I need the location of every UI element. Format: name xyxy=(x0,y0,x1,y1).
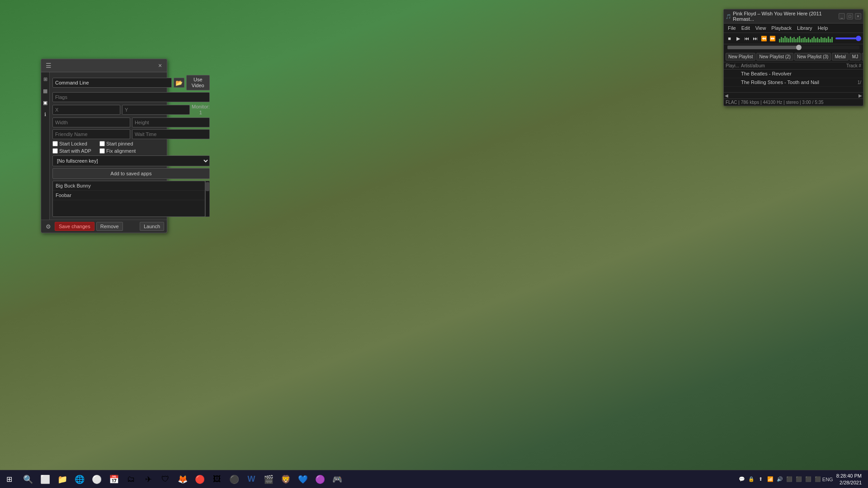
x-input[interactable] xyxy=(52,105,120,115)
sidebar-icon-2[interactable]: ▦ xyxy=(41,87,49,95)
taskbar-firefox[interactable]: 🦊 xyxy=(175,471,191,488)
menu-playback[interactable]: Playback xyxy=(769,24,794,32)
playlist-tab-new[interactable]: New Playlist xyxy=(726,53,755,61)
hamburger-menu-icon[interactable]: ☰ xyxy=(44,61,53,70)
start-with-adp-checkbox-label[interactable]: Start with ADP xyxy=(52,148,98,154)
taskbar-shield[interactable]: 🛡 xyxy=(157,471,174,488)
next-section-button[interactable]: ⏩ xyxy=(769,34,776,42)
taskbar-files[interactable]: 🗂 xyxy=(123,471,139,488)
apps-list-scrollbar[interactable] xyxy=(205,181,210,217)
prev-section-button[interactable]: ⏪ xyxy=(760,34,768,42)
eq-bar xyxy=(811,38,813,42)
sidebar-icon-4[interactable]: ℹ xyxy=(41,110,49,118)
eq-bar xyxy=(810,39,811,42)
prev-track-button[interactable]: ⏮ xyxy=(743,34,750,42)
eq-bar xyxy=(830,39,831,42)
start-locked-checkbox-label[interactable]: Start Locked xyxy=(52,141,98,146)
width-input[interactable] xyxy=(52,117,130,127)
taskbar-calendar[interactable]: 📅 xyxy=(106,471,122,488)
volume-slider[interactable] xyxy=(835,38,861,39)
tray-lang[interactable]: ENG xyxy=(824,475,832,483)
start-with-adp-checkbox[interactable] xyxy=(52,148,58,154)
taskbar-search[interactable]: 🔍 xyxy=(20,471,36,488)
tray-up[interactable]: ⬆ xyxy=(757,475,765,483)
playlist-tab-metal[interactable]: Metal xyxy=(832,53,848,61)
taskbar-discord[interactable]: 🟣 xyxy=(312,471,328,488)
save-changes-button[interactable]: Save changes xyxy=(55,222,94,231)
menu-help[interactable]: Help xyxy=(816,24,830,32)
tray-extra2[interactable]: ⬛ xyxy=(795,475,803,483)
next-track-button[interactable]: ⏭ xyxy=(751,34,759,42)
taskbar-red[interactable]: 🔴 xyxy=(192,471,208,488)
taskbar-video[interactable]: 🎬 xyxy=(260,471,277,488)
playlist-tab-mj[interactable]: MJ xyxy=(849,53,861,61)
taskbar-chrome[interactable]: ⚪ xyxy=(89,471,105,488)
start-button[interactable]: ⊞ xyxy=(0,470,18,488)
taskbar-telegram[interactable]: ✈ xyxy=(140,471,156,488)
taskbar-vscode[interactable]: 💙 xyxy=(295,471,311,488)
use-video-button[interactable]: Use Video xyxy=(186,75,210,90)
music-minimize-button[interactable]: _ xyxy=(839,13,845,19)
menu-library[interactable]: Library xyxy=(795,24,815,32)
taskbar-word[interactable]: W xyxy=(243,471,259,488)
stop-button[interactable]: ■ xyxy=(726,34,733,42)
sidebar-icon-1[interactable]: ⊞ xyxy=(41,75,49,83)
add-to-saved-button[interactable]: Add to saved apps xyxy=(52,168,210,179)
height-input[interactable] xyxy=(132,117,210,127)
seek-bar[interactable] xyxy=(727,46,859,49)
fullscreen-key-dropdown[interactable]: [No fullscreen key] xyxy=(52,155,210,166)
browse-button[interactable]: 📂 xyxy=(174,78,184,88)
scroll-left-arrow[interactable]: ◀ xyxy=(725,93,728,98)
list-item[interactable]: Big Buck Bunny xyxy=(53,181,205,191)
scroll-right-arrow[interactable]: ▶ xyxy=(859,93,862,98)
eq-bar xyxy=(817,38,818,42)
y-input[interactable] xyxy=(122,105,190,115)
tray-volume[interactable]: 🔊 xyxy=(776,475,784,483)
taskbar-obs[interactable]: ⚫ xyxy=(226,471,242,488)
remove-button[interactable]: Remove xyxy=(96,222,123,231)
tray-extra1[interactable]: ⬛ xyxy=(785,475,793,483)
start-pinned-checkbox-label[interactable]: Start pinned xyxy=(99,141,145,146)
playlist-tab-skylines[interactable]: Skylines - Gold FM xyxy=(862,53,863,61)
track-row[interactable]: The Rolling Stones - Tooth and Nail 1/ xyxy=(724,78,863,87)
eq-bar xyxy=(801,38,802,42)
taskbar-steam[interactable]: 🎮 xyxy=(329,471,345,488)
gear-icon[interactable]: ⚙ xyxy=(44,223,53,230)
taskbar-task-view[interactable]: ⬜ xyxy=(37,471,53,488)
command-line-input[interactable] xyxy=(52,78,172,88)
apps-list-wrapper: Big Buck Bunny Foobar xyxy=(52,181,210,217)
menu-view[interactable]: View xyxy=(753,24,769,32)
music-close-button[interactable]: × xyxy=(855,13,861,19)
tray-notification[interactable]: 💬 xyxy=(738,475,746,483)
sidebar-icon-3[interactable]: ▣ xyxy=(41,99,49,107)
track-row[interactable]: The Beatles - Revolver xyxy=(724,70,863,78)
tray-extra4[interactable]: ⬛ xyxy=(814,475,822,483)
wait-time-input[interactable] xyxy=(132,129,210,139)
menu-edit[interactable]: Edit xyxy=(739,24,752,32)
eq-bar xyxy=(779,39,780,42)
tray-lock[interactable]: 🔒 xyxy=(747,475,755,483)
play-button[interactable]: ▶ xyxy=(734,34,742,42)
start-pinned-checkbox[interactable] xyxy=(99,141,105,146)
flags-input[interactable] xyxy=(52,92,210,102)
system-clock[interactable]: 8:28:40 PM 2/28/2021 xyxy=(834,473,864,486)
tray-network[interactable]: 📶 xyxy=(766,475,774,483)
taskbar-file-explorer[interactable]: 📁 xyxy=(54,471,71,488)
taskbar-photos[interactable]: 🖼 xyxy=(209,471,225,488)
launch-button[interactable]: Launch xyxy=(140,222,164,231)
start-locked-checkbox[interactable] xyxy=(52,141,58,146)
friendly-name-input[interactable] xyxy=(52,129,130,139)
tray-extra3[interactable]: ⬛ xyxy=(804,475,812,483)
taskbar-edge[interactable]: 🌐 xyxy=(71,471,88,488)
playlist-tab-new2[interactable]: New Playlist (2) xyxy=(756,53,793,61)
flags-row xyxy=(52,92,210,102)
list-item[interactable]: Foobar xyxy=(53,191,205,200)
music-maximize-button[interactable]: □ xyxy=(847,13,853,19)
menu-file[interactable]: File xyxy=(726,24,738,32)
fix-alignment-checkbox-label[interactable]: Fix alignment xyxy=(99,148,145,154)
col-header-track: Track # xyxy=(839,63,861,68)
playlist-tab-new3[interactable]: New Playlist (3) xyxy=(794,53,831,61)
fix-alignment-checkbox[interactable] xyxy=(99,148,105,154)
taskbar-brave[interactable]: 🦁 xyxy=(278,471,294,488)
panel-close-button[interactable]: × xyxy=(156,61,164,70)
